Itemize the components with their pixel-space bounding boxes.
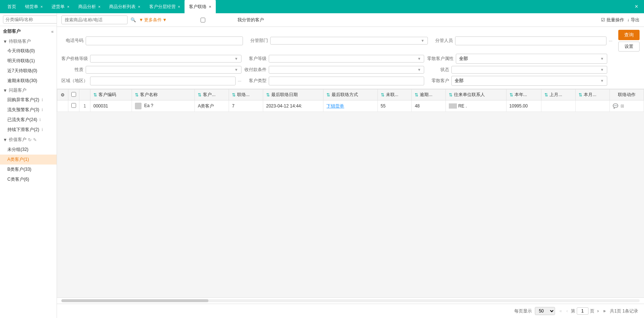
tab-customer-tier[interactable]: 客户分层经营 ×	[145, 0, 185, 13]
td-this-year: 10995.00	[506, 100, 541, 112]
price-level-select[interactable]: ▼	[90, 55, 242, 63]
chat-action-icon[interactable]: 💬	[613, 103, 618, 109]
scrollbar-track[interactable]	[61, 299, 640, 302]
th-overdue[interactable]: ⇅ 逾期...	[412, 89, 446, 100]
th-last-month[interactable]: ⇅ 上月...	[541, 89, 576, 100]
my-customer-checkbox[interactable]	[170, 18, 236, 22]
retail-attr-label: 零散客户属性	[427, 56, 454, 62]
th-settings[interactable]: ⚙	[57, 89, 68, 100]
sidebar-item-declining[interactable]: 持续下滑客户(2) ℹ	[0, 125, 57, 135]
horizontal-scrollbar[interactable]	[57, 297, 644, 304]
sidebar-item-class-c[interactable]: C类客户(6)	[0, 174, 57, 184]
th-this-month[interactable]: ⇅ 本月...	[576, 89, 610, 100]
sidebar-item-repurchase-abnormal[interactable]: 回购异常客户(2) ℹ	[0, 95, 57, 105]
sidebar-collapse-icon[interactable]: «	[51, 29, 54, 34]
dept-select[interactable]: ▼	[270, 37, 427, 45]
batch-op-btn[interactable]: ☑ 批量操作	[601, 17, 624, 23]
region-dots[interactable]: ···	[238, 78, 242, 84]
sidebar-item-churn-warning[interactable]: 流失预警客户(3) ℹ	[0, 105, 57, 115]
retail-select[interactable]: 全部 ▼	[451, 76, 607, 86]
row-checkbox[interactable]	[71, 103, 76, 108]
grid-action-icon[interactable]: ⊞	[620, 103, 624, 109]
th-num	[79, 89, 90, 100]
close-tab-sales[interactable]: ×	[40, 4, 43, 9]
next-page-btn[interactable]: ›	[596, 308, 600, 314]
page-input[interactable]	[577, 307, 588, 315]
tab-customer-contact[interactable]: 客户联络 ×	[185, 0, 215, 13]
contact-method-link[interactable]: 下销货单	[326, 103, 344, 109]
payment-select[interactable]: ▼	[269, 66, 425, 74]
th-name[interactable]: ⇅ 客户名称	[132, 89, 194, 100]
section-arrow-value[interactable]: ▼	[3, 137, 7, 142]
sidebar-search-area: 🔍	[0, 13, 57, 26]
close-tab-goods-analysis-list[interactable]: ×	[138, 4, 140, 9]
settings-button[interactable]: 设置	[618, 42, 640, 52]
section-pending-contact[interactable]: ▼ 待联络客户	[0, 37, 57, 46]
section-problem-customers[interactable]: ▼ 问题客户	[0, 86, 57, 95]
sort-ctype-icon: ⇅	[198, 92, 201, 98]
sidebar-item-class-b[interactable]: B类客户(33)	[0, 165, 57, 174]
status-label: 状态	[427, 67, 449, 73]
scrollbar-thumb[interactable]	[61, 299, 208, 302]
prev-page-btn[interactable]: ‹	[565, 308, 569, 314]
sidebar-search-input[interactable]	[3, 15, 57, 24]
all-customers-label: 全部客户	[3, 28, 21, 35]
sidebar-item-overdue[interactable]: 逾期未联络(30)	[0, 76, 57, 86]
th-uncontacted[interactable]: ⇅ 未联...	[378, 89, 412, 100]
sidebar-item-7days[interactable]: 近7天待联络(0)	[0, 66, 57, 76]
th-last-contact-method[interactable]: ⇅ 最后联络方式	[323, 89, 378, 100]
more-filter-btn[interactable]: ▼ 更多条件 ▼	[139, 17, 167, 23]
sort-uncontacted-icon: ⇅	[381, 92, 384, 98]
first-page-btn[interactable]: «	[558, 308, 564, 314]
manager-dots[interactable]: ···	[609, 38, 612, 43]
filter-search-icon[interactable]: 🔍	[130, 17, 136, 22]
tab-goods-analysis-list[interactable]: 商品分析列表 ×	[105, 0, 144, 13]
payment-chevron: ▼	[417, 68, 421, 72]
tab-home[interactable]: 首页	[3, 0, 21, 13]
close-tab-customer-contact[interactable]: ×	[209, 4, 211, 9]
th-last-contact-date[interactable]: ⇅ 最后联络日期	[263, 89, 323, 100]
tab-purchase[interactable]: 进货单 ×	[47, 0, 74, 13]
payment-label: 收付款条件	[244, 67, 266, 73]
my-customer-checkbox-label[interactable]: 我分管的客户	[170, 17, 264, 23]
retail-attr-select[interactable]: 全部 ▼	[456, 54, 607, 64]
sidebar-item-churned[interactable]: 已流失客户(24) ℹ	[0, 115, 57, 125]
nature-select[interactable]: ▼	[86, 66, 242, 74]
close-tab-customer-tier[interactable]: ×	[178, 4, 180, 9]
th-customer-type[interactable]: ⇅ 客户...	[195, 89, 229, 100]
customer-level-select[interactable]: ▼	[269, 55, 425, 63]
th-contacts[interactable]: ⇅ 往来单位联系人	[446, 89, 506, 100]
status-select[interactable]: ▼	[451, 66, 607, 74]
sidebar-item-today[interactable]: 今天待联络(0)	[0, 46, 57, 56]
select-all-checkbox[interactable]	[71, 92, 76, 97]
filter-cell-phone: 电话号码	[61, 36, 243, 45]
sidebar-item-tomorrow[interactable]: 明天待联络(1)	[0, 56, 57, 66]
phone-input[interactable]	[86, 36, 243, 45]
tab-goods-analysis[interactable]: 商品分析 ×	[74, 0, 105, 13]
contact-avatar	[449, 103, 457, 109]
last-page-btn[interactable]: »	[602, 308, 607, 314]
th-checkbox[interactable]	[68, 89, 79, 100]
tab-sales[interactable]: 销货单 ×	[21, 0, 47, 13]
close-all-btn[interactable]: ×	[632, 3, 641, 10]
close-tab-goods-analysis[interactable]: ×	[98, 4, 100, 9]
query-button[interactable]: 查询	[618, 30, 640, 40]
filter-row-1: 电话号码 分管部门 ▼ 分管人员 ··· 查询 设置	[61, 30, 640, 52]
edit-icon[interactable]: ✎	[33, 137, 37, 142]
sidebar-all-customers[interactable]: 全部客户 «	[0, 26, 57, 37]
sidebar-item-ungroup[interactable]: 未分组(32)	[0, 145, 57, 155]
export-btn[interactable]: ↓ 导出	[627, 17, 640, 23]
refresh-icon[interactable]: ↻	[28, 137, 32, 142]
th-code[interactable]: ⇅ 客户编码	[90, 89, 132, 100]
th-contact-count[interactable]: ⇅ 联络...	[229, 89, 263, 100]
help-icon-repurchase: ℹ	[42, 98, 43, 102]
customer-type-input[interactable]	[269, 77, 425, 85]
th-this-year[interactable]: ⇅ 本年...	[506, 89, 541, 100]
td-checkbox[interactable]	[68, 100, 79, 112]
page-size-select[interactable]: 50 100	[535, 307, 555, 315]
close-tab-purchase[interactable]: ×	[67, 4, 69, 9]
region-input[interactable]	[90, 77, 236, 85]
manager-input[interactable]	[455, 36, 607, 45]
search-input[interactable]	[61, 15, 128, 24]
sidebar-item-class-a[interactable]: A类客户(1)	[0, 155, 57, 165]
